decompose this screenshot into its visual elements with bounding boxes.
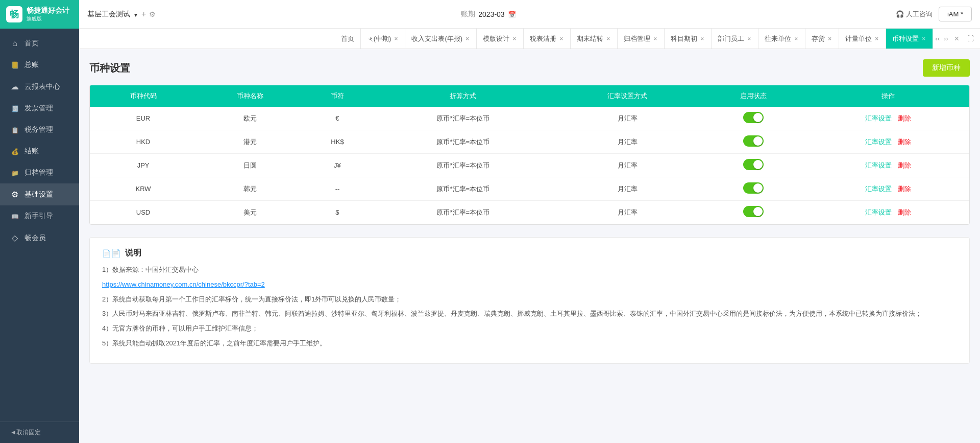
calendar-icon[interactable] [508, 10, 516, 18]
sidebar-item-label: 发票管理 [24, 104, 53, 113]
sidebar-item-guide[interactable]: 新手引导 [0, 205, 79, 227]
note-section: 📄 说明 1）数据来源：中国外汇交易中心https://www.chinamon… [89, 237, 970, 364]
close-icon: × [954, 34, 959, 43]
chevron-left-icon: ‹ [935, 35, 940, 42]
delete-link[interactable]: 删除 [898, 185, 911, 193]
cell-symbol: -- [303, 177, 372, 201]
tab-unit[interactable]: 计量单位× [839, 29, 886, 49]
sidebar-item-archive[interactable]: 归档管理 [0, 162, 79, 183]
tab-close-icon[interactable]: × [793, 35, 799, 42]
tab-close-icon[interactable]: × [921, 35, 926, 42]
tab-partner[interactable]: 往来单位× [758, 29, 805, 49]
sidebar-item-home[interactable]: 首页 [0, 33, 79, 54]
rate-settings-link[interactable]: 汇率设置 [865, 114, 892, 122]
tab-nav-next[interactable]: › [942, 35, 950, 42]
rate-settings-link[interactable]: 汇率设置 [865, 208, 892, 216]
cell-actions: 汇率设置 删除 [807, 201, 969, 224]
cell-calc-method: 原币*汇率=本位币 [372, 107, 555, 130]
tab-nav-prev[interactable]: ‹ [933, 35, 942, 42]
toggle-track [743, 135, 764, 147]
note-item: 1）数据来源：中国外汇交易中心 [102, 265, 957, 275]
tab-close-all[interactable]: × [950, 34, 963, 43]
topbar-help[interactable]: 人工咨询 [896, 10, 933, 19]
delete-link[interactable]: 删除 [898, 161, 911, 169]
table-header-cell: 汇率设置方式 [555, 85, 700, 107]
tab-currency[interactable]: 币种设置× [886, 29, 933, 49]
delete-link[interactable]: 删除 [898, 208, 911, 216]
table-header-cell: 币符 [303, 85, 372, 107]
expand-icon: ⛶ [967, 35, 974, 42]
toggle-track [743, 182, 764, 194]
cell-code: HKD [90, 130, 197, 154]
tab-inventory[interactable]: 存货× [805, 29, 839, 49]
sidebar-item-ledger[interactable]: 总账 [0, 54, 79, 76]
sidebar-item-member[interactable]: 畅会员 [0, 227, 79, 249]
tab-close-icon[interactable]: × [464, 35, 470, 42]
add-icon[interactable] [141, 10, 146, 19]
sidebar: 畅 畅捷通好会计 旗舰版 首页总账云报表中心发票管理税务管理结账归档管理基础设置… [0, 0, 79, 443]
table-head: 币种代码币种名称币符折算方式汇率设置方式启用状态操作 [90, 85, 969, 107]
note-title: 📄 说明 [102, 248, 957, 259]
note-list: 1）数据来源：中国外汇交易中心https://www.chinamoney.co… [102, 265, 957, 349]
toggle-track [743, 206, 764, 217]
tab-close-icon[interactable]: × [746, 35, 752, 42]
sidebar-item-invoice[interactable]: 发票管理 [0, 98, 79, 119]
tab-label: 归档管理 [624, 34, 650, 43]
sidebar-item-cloud[interactable]: 云报表中心 [0, 76, 79, 98]
tab-close-icon[interactable]: × [558, 35, 564, 42]
enabled-toggle[interactable] [743, 135, 764, 147]
topbar-title: 基层工会测试 [87, 10, 455, 19]
sidebar-item-settings[interactable]: 基础设置 [0, 183, 79, 205]
tab-close-icon[interactable]: × [874, 35, 879, 42]
tab-period_end[interactable]: 期末结转× [571, 29, 618, 49]
table-header-cell: 操作 [807, 85, 969, 107]
period-label: 账期 [461, 10, 475, 19]
enabled-toggle[interactable] [743, 182, 764, 194]
tab-dept[interactable]: 部门员工× [712, 29, 758, 49]
add-currency-button[interactable]: 新增币种 [923, 59, 970, 77]
toggle-track [743, 112, 764, 123]
tab-balance[interactable]: ৼ(中期)× [361, 29, 406, 49]
cell-name: 美元 [197, 201, 303, 224]
cell-name: 欧元 [197, 107, 303, 130]
note-link[interactable]: https://www.chinamoney.com.cn/chinese/bk… [102, 281, 265, 288]
tab-expand[interactable]: ⛶ [963, 35, 978, 42]
sidebar-item-tax[interactable]: 税务管理 [0, 119, 79, 141]
rate-settings-link[interactable]: 汇率设置 [865, 138, 892, 146]
tab-close-icon[interactable]: × [652, 35, 658, 42]
tab-template[interactable]: 模版设计× [477, 29, 524, 49]
tab-archive[interactable]: 归档管理× [618, 29, 665, 49]
user-badge-btn[interactable]: iAM * [939, 7, 972, 21]
tab-close-icon[interactable]: × [511, 35, 517, 42]
rate-settings-link[interactable]: 汇率设置 [865, 161, 892, 169]
sidebar-item-label: 税务管理 [24, 125, 53, 134]
tab-income[interactable]: 收入支出表(年报)× [405, 29, 477, 49]
table-header-cell: 币种名称 [197, 85, 303, 107]
enabled-toggle[interactable] [743, 159, 764, 170]
tab-close-icon[interactable]: × [393, 35, 399, 42]
tab-close-icon[interactable]: × [827, 35, 832, 42]
tab-home[interactable]: 首页 [335, 29, 361, 49]
logo-name: 畅捷通好会计 [27, 6, 69, 15]
enabled-toggle[interactable] [743, 112, 764, 123]
cell-actions: 汇率设置 删除 [807, 130, 969, 154]
rate-settings-link[interactable]: 汇率设置 [865, 185, 892, 193]
dropdown-icon[interactable] [133, 10, 138, 18]
invoice-icon [10, 104, 19, 113]
sidebar-pin-toggle[interactable]: ◄取消固定 [0, 422, 79, 443]
settings-icon[interactable] [149, 10, 156, 18]
tab-close-icon[interactable]: × [605, 35, 611, 42]
enabled-toggle[interactable] [743, 206, 764, 217]
tab-close-icon[interactable]: × [699, 35, 705, 42]
tab-subject[interactable]: 科目期初× [665, 29, 712, 49]
page-header: 币种设置 新增币种 [89, 59, 970, 77]
tab-tax[interactable]: 税表清册× [524, 29, 571, 49]
sidebar-item-settle[interactable]: 结账 [0, 141, 79, 162]
delete-link[interactable]: 删除 [898, 138, 911, 146]
currency-table: 币种代码币种名称币符折算方式汇率设置方式启用状态操作 EUR 欧元 € 原币*汇… [90, 85, 969, 224]
cell-rate-method: 月汇率 [555, 201, 700, 224]
delete-link[interactable]: 删除 [898, 114, 911, 122]
cell-calc-method: 原币*汇率=本位币 [372, 177, 555, 201]
table-row: HKD 港元 HK$ 原币*汇率=本位币 月汇率 汇率设置 删除 [90, 130, 969, 154]
tab-label: 存货 [812, 34, 825, 43]
